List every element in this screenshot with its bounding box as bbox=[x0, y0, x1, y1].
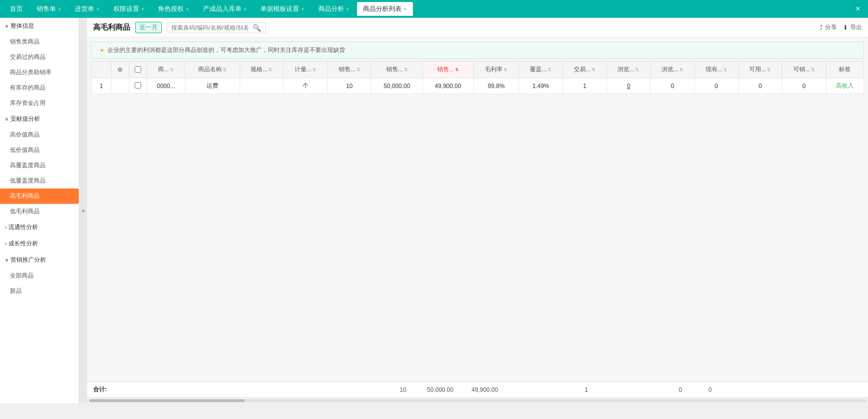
share-button[interactable]: ⤴ 分享 bbox=[819, 23, 837, 32]
sort-icon: ⇅ bbox=[811, 67, 815, 72]
sort-icon: ⇅ bbox=[312, 67, 316, 72]
sidebar: ∨ 整体信息 销售类商品 交易过的商品 商品分类助销率 有库存的商品 库存资金占… bbox=[0, 18, 79, 403]
sidebar-collapse-button[interactable]: « bbox=[79, 18, 87, 403]
col-header-available[interactable]: 可用... ⇅ bbox=[738, 61, 782, 78]
data-table: ⚙ 商... ⇅ 商品名称 bbox=[91, 61, 864, 94]
expand-icon: ∨ bbox=[5, 23, 8, 29]
sort-icon: ⇅ bbox=[767, 67, 771, 72]
sidebar-item-low-margin[interactable]: 低毛利商品 bbox=[0, 204, 79, 219]
col-header-code[interactable]: 商... ⇅ bbox=[147, 61, 185, 78]
scrollbar-track bbox=[89, 399, 866, 402]
table-wrap[interactable]: ⚙ 商... ⇅ 商品名称 bbox=[91, 61, 864, 381]
sidebar-item-all-goods[interactable]: 全部商品 bbox=[0, 268, 79, 283]
close-icon[interactable]: × bbox=[244, 6, 247, 12]
col-header-current[interactable]: 现有... ⇅ bbox=[694, 61, 738, 78]
sidebar-group-growth[interactable]: › 成长性分析 bbox=[0, 235, 79, 252]
sidebar-item-in-stock[interactable]: 有库存的商品 bbox=[0, 80, 79, 95]
sort-icon: ⇅ bbox=[635, 67, 639, 72]
sidebar-item-low-value[interactable]: 低价值商品 bbox=[0, 142, 79, 158]
sidebar-item-sales-goods[interactable]: 销售类商品 bbox=[0, 34, 79, 49]
sidebar-item-category-rate[interactable]: 商品分类助销率 bbox=[0, 65, 79, 80]
sidebar-item-high-margin[interactable]: 高毛利商品 bbox=[0, 188, 79, 204]
content-area: 高毛利商品 近一月 🔍 ⤴ 分享 ⬇ 导出 ✦ 企业的主要的利润都是这部分商品创… bbox=[87, 18, 868, 403]
tab-sales[interactable]: 销售单 × bbox=[31, 2, 67, 16]
close-icon[interactable]: × bbox=[346, 6, 349, 12]
sidebar-item-new-goods[interactable]: 新品 bbox=[0, 283, 79, 299]
col-header-trade[interactable]: 交易... ⇅ bbox=[563, 61, 607, 78]
sort-icon: ⇅ bbox=[679, 67, 683, 72]
close-icon[interactable]: × bbox=[186, 6, 189, 12]
close-icon[interactable]: × bbox=[404, 6, 407, 12]
sidebar-item-traded-goods[interactable]: 交易过的商品 bbox=[0, 49, 79, 65]
expand-icon: ∨ bbox=[5, 116, 8, 122]
col-header-spec[interactable]: 规格... ⇅ bbox=[240, 61, 284, 78]
export-button[interactable]: ⬇ 导出 bbox=[843, 23, 862, 32]
sort-icon: ⇅ bbox=[548, 67, 552, 72]
search-icon[interactable]: 🔍 bbox=[253, 24, 261, 32]
col-header-tag[interactable]: 标签 bbox=[826, 61, 864, 78]
sidebar-group-marketing[interactable]: ∨ 营销推广分析 bbox=[0, 252, 79, 268]
sort-icon: ⇅ bbox=[268, 67, 272, 72]
tab-product-analysis[interactable]: 商品分析 × bbox=[312, 2, 355, 16]
cell-saleable: 0 bbox=[782, 78, 826, 94]
sort-icon: ⇅ bbox=[170, 67, 174, 72]
sort-icon: ⇅ bbox=[223, 67, 227, 72]
sidebar-item-high-coverage[interactable]: 高覆盖度商品 bbox=[0, 158, 79, 173]
cell-index: 1 bbox=[92, 78, 111, 94]
horizontal-scrollbar[interactable] bbox=[87, 397, 868, 403]
sidebar-group-overall[interactable]: ∨ 整体信息 bbox=[0, 18, 79, 34]
export-icon: ⬇ bbox=[843, 24, 848, 31]
cell-name: 运费 bbox=[185, 78, 240, 94]
footer-bar: 合计: 10 50,000.00 49,900.00 1 0 0 bbox=[87, 381, 868, 397]
sidebar-item-stock-capital[interactable]: 库存资金占用 bbox=[0, 95, 79, 111]
col-header-checkbox bbox=[129, 61, 147, 78]
filter-period-button[interactable]: 近一月 bbox=[135, 22, 162, 33]
tab-product-inbound[interactable]: 产成品入库单 × bbox=[197, 2, 253, 16]
cell-trade: 1 bbox=[563, 78, 607, 94]
col-header-sale-profit[interactable]: 销售... ⇅ bbox=[422, 61, 473, 78]
tab-purchase[interactable]: 进货单 × bbox=[69, 2, 105, 16]
tab-home[interactable]: 首页 bbox=[4, 2, 29, 16]
tab-role[interactable]: 角色授权 × bbox=[152, 2, 195, 16]
tab-template[interactable]: 单据模板设置 × bbox=[255, 2, 310, 16]
col-header-sale-qty[interactable]: 销售... ⇅ bbox=[327, 61, 371, 78]
expand-icon: › bbox=[5, 225, 6, 230]
cell-checkbox bbox=[129, 78, 147, 94]
search-box: 🔍 bbox=[167, 22, 266, 33]
row-checkbox[interactable] bbox=[135, 82, 141, 89]
close-icon[interactable]: × bbox=[301, 6, 304, 12]
content-header: 高毛利商品 近一月 🔍 ⤴ 分享 ⬇ 导出 bbox=[87, 18, 868, 38]
select-all-checkbox[interactable] bbox=[135, 66, 141, 73]
tab-permission[interactable]: 权限设置 × bbox=[107, 2, 150, 16]
col-header-index bbox=[92, 61, 111, 78]
col-header-coverage[interactable]: 覆盖... ⇅ bbox=[519, 61, 563, 78]
col-header-name[interactable]: 商品名称 ⇅ bbox=[185, 61, 240, 78]
col-header-settings[interactable]: ⚙ bbox=[111, 61, 129, 78]
close-icon[interactable]: × bbox=[96, 6, 99, 12]
col-header-view1[interactable]: 浏览... ⇅ bbox=[607, 61, 651, 78]
col-header-unit[interactable]: 计量... ⇅ bbox=[284, 61, 328, 78]
cell-sale-qty: 10 bbox=[327, 78, 371, 94]
sort-icon: ⇅ bbox=[592, 67, 596, 72]
close-icon[interactable]: × bbox=[141, 6, 144, 12]
sidebar-item-high-value[interactable]: 高价值商品 bbox=[0, 127, 79, 142]
cell-sale-profit: 49,900.00 bbox=[422, 78, 473, 94]
share-icon: ⤴ bbox=[819, 24, 823, 31]
sidebar-item-low-coverage[interactable]: 低覆盖度商品 bbox=[0, 173, 79, 188]
sidebar-group-contribution[interactable]: ∨ 贡献值分析 bbox=[0, 111, 79, 127]
col-header-gross-rate[interactable]: 毛利率 ⇅ bbox=[473, 61, 519, 78]
col-header-sale-amt[interactable]: 销售... ⇅ bbox=[371, 61, 422, 78]
scrollbar-thumb[interactable] bbox=[89, 399, 245, 402]
sort-icon: ⇅ bbox=[723, 67, 727, 72]
col-header-view2[interactable]: 浏览... ⇅ bbox=[651, 61, 695, 78]
col-header-saleable[interactable]: 可销... ⇅ bbox=[782, 61, 826, 78]
search-input[interactable] bbox=[171, 24, 251, 31]
cell-tag: 高收入 bbox=[826, 78, 864, 94]
expand-icon: › bbox=[5, 241, 6, 246]
close-icon[interactable]: × bbox=[58, 6, 61, 12]
table-row: 1 0000... 运费 个 10 50,000.00 49,900.00 99… bbox=[92, 78, 864, 94]
close-all-icon[interactable]: × bbox=[852, 4, 864, 13]
sidebar-group-flow[interactable]: › 流通性分析 bbox=[0, 219, 79, 235]
tab-product-analysis-list[interactable]: 商品分析列表 × bbox=[357, 2, 412, 16]
cell-gross-rate: 99.8% bbox=[473, 78, 519, 94]
